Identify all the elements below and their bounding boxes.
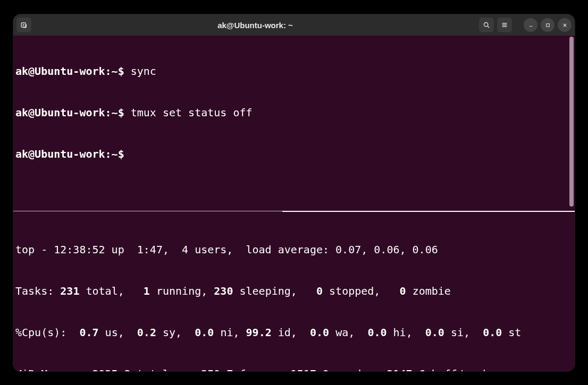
shell-line: ak@Ubuntu-work:~$ tmux set status off: [15, 106, 573, 119]
shell-prompt: ak@Ubuntu-work:~$: [15, 65, 124, 78]
tmux-upper-pane[interactable]: ak@Ubuntu-work:~$ sync ak@Ubuntu-work:~$…: [13, 36, 575, 211]
top-tasks-line: Tasks: 231 total, 1 running, 230 sleepin…: [15, 284, 573, 298]
close-button[interactable]: [558, 18, 572, 32]
shell-command: tmux set status off: [131, 106, 253, 119]
scrollbar-thumb[interactable]: [569, 37, 574, 207]
terminal-body[interactable]: ak@Ubuntu-work:~$ sync ak@Ubuntu-work:~$…: [13, 36, 575, 371]
minimize-button[interactable]: [524, 18, 537, 32]
tmux-lower-pane[interactable]: top - 12:38:52 up 1:47, 4 users, load av…: [13, 212, 575, 371]
search-button[interactable]: [479, 18, 494, 32]
top-cpu-line: %Cpu(s): 0.7 us, 0.2 sy, 0.0 ni, 99.2 id…: [15, 326, 573, 339]
window-title: ak@Ubuntu-work: ~: [35, 21, 476, 30]
shell-prompt: ak@Ubuntu-work:~$: [15, 106, 124, 119]
shell-command: sync: [131, 65, 156, 78]
svg-point-1: [484, 22, 488, 26]
terminal-window: ak@Ubuntu-work: ~ ak@Ubuntu-work:~$ sync…: [13, 14, 575, 371]
maximize-button[interactable]: [541, 18, 555, 32]
top-mem-line: MiB Mem : 3925.3 total, 259.7 free, 1517…: [15, 367, 573, 371]
new-tab-button[interactable]: [16, 18, 31, 32]
scrollbar[interactable]: [569, 37, 574, 370]
shell-line: ak@Ubuntu-work:~$: [15, 147, 573, 161]
shell-prompt: ak@Ubuntu-work:~$: [15, 148, 124, 160]
titlebar: ak@Ubuntu-work: ~: [13, 14, 575, 36]
svg-rect-2: [546, 23, 549, 27]
top-summary-line: top - 12:38:52 up 1:47, 4 users, load av…: [15, 243, 573, 256]
hamburger-menu-button[interactable]: [497, 18, 512, 32]
shell-line: ak@Ubuntu-work:~$ sync: [15, 64, 573, 78]
